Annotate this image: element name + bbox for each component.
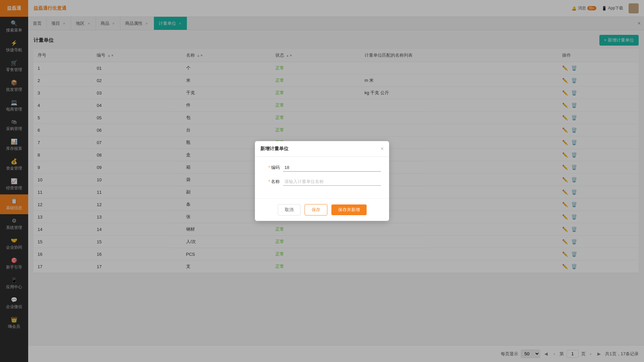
- save-add-button[interactable]: 保存并新增: [331, 204, 367, 215]
- save-button[interactable]: 保存: [305, 204, 327, 216]
- required-mark: *: [268, 165, 270, 170]
- modal-overlay: 新增计量单位 × *编码 *名称 取消 保存 保存并新增: [0, 0, 644, 362]
- name-input[interactable]: [283, 178, 381, 186]
- modal-close-button[interactable]: ×: [381, 146, 384, 152]
- modal-header: 新增计量单位 ×: [255, 141, 389, 157]
- required-mark-name: *: [268, 179, 270, 184]
- code-input[interactable]: [283, 164, 381, 172]
- modal-title: 新增计量单位: [260, 146, 288, 152]
- name-label: *名称: [263, 179, 283, 185]
- form-row-name: *名称: [263, 178, 381, 186]
- add-unit-modal: 新增计量单位 × *编码 *名称 取消 保存 保存并新增: [255, 141, 389, 221]
- form-row-code: *编码: [263, 164, 381, 172]
- code-label: *编码: [263, 165, 283, 171]
- cancel-button[interactable]: 取消: [278, 204, 301, 216]
- modal-footer: 取消 保存 保存并新增: [255, 198, 389, 221]
- modal-body: *编码 *名称: [255, 157, 389, 198]
